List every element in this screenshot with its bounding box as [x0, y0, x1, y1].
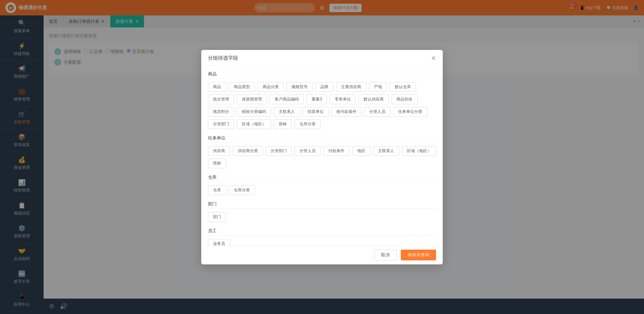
confirm-button[interactable]: 保存并查询 — [401, 250, 436, 260]
field-section-3: 部门部门 — [208, 201, 436, 222]
section-title-2: 仓库 — [208, 174, 436, 182]
field-tag-1-1[interactable]: 供应商分类 — [233, 146, 263, 156]
field-section-4: 员工业务员 — [208, 228, 436, 245]
field-tag-0-16[interactable]: 税收分类编码 — [237, 107, 271, 117]
field-tag-0-0[interactable]: 商品 — [208, 82, 226, 92]
field-tags-4: 业务员 — [208, 239, 436, 245]
field-tag-4-0[interactable]: 业务员 — [208, 239, 230, 245]
field-tag-1-8[interactable]: 简称 — [208, 159, 226, 168]
section-title-3: 部门 — [208, 201, 436, 209]
field-tag-0-8[interactable]: 批次管理 — [208, 95, 234, 104]
field-tags-1: 供应商供应商分类分管部门分管人员付款条件地区主联系人区域（地区）简称 — [208, 146, 436, 168]
field-tag-0-9[interactable]: 保质期管理 — [237, 95, 267, 104]
field-tag-1-2[interactable]: 分管部门 — [266, 146, 292, 156]
field-tag-0-21[interactable]: 往来单位分类 — [393, 107, 427, 117]
field-tag-0-20[interactable]: 分管人员 — [364, 107, 390, 117]
modal-title: 分组待选字段 — [208, 55, 238, 61]
field-tag-2-0[interactable]: 仓库 — [208, 185, 226, 195]
field-tag-0-3[interactable]: 规格型号 — [286, 82, 313, 92]
field-tag-0-13[interactable]: 默认供应商 — [359, 95, 389, 104]
section-title-0: 商品 — [208, 71, 436, 79]
modal-header: 分组待选字段 ✕ — [201, 50, 443, 66]
field-tags-3: 部门 — [208, 212, 436, 222]
field-tag-0-18[interactable]: 结算单位 — [303, 107, 329, 117]
field-tag-0-24[interactable]: 简称 — [274, 119, 292, 129]
field-tags-2: 仓库仓库分类 — [208, 185, 436, 195]
field-tag-0-7[interactable]: 默认仓库 — [390, 82, 416, 92]
field-tag-3-0[interactable]: 部门 — [208, 212, 226, 222]
field-tag-0-14[interactable]: 商品别名 — [391, 95, 418, 104]
field-tag-1-5[interactable]: 地区 — [352, 146, 370, 156]
modal-overlay: 分组待选字段 ✕ 商品商品商品类型商品分类规格型号品牌主要供应商产地默认仓库批次… — [0, 0, 644, 314]
field-tag-0-5[interactable]: 主要供应商 — [336, 82, 366, 92]
field-tag-0-10[interactable]: 客户商品编码 — [270, 95, 304, 104]
modal-close-button[interactable]: ✕ — [431, 55, 436, 62]
field-tag-2-1[interactable]: 仓库分类 — [229, 185, 255, 195]
field-tag-1-0[interactable]: 供应商 — [208, 146, 230, 156]
field-tag-0-4[interactable]: 品牌 — [315, 82, 333, 92]
section-title-1: 往来单位 — [208, 135, 436, 143]
field-tags-0: 商品商品类型商品分类规格型号品牌主要供应商产地默认仓库批次管理保质期管理客户商品… — [208, 82, 436, 129]
modal-body: 商品商品商品类型商品分类规格型号品牌主要供应商产地默认仓库批次管理保质期管理客户… — [201, 66, 443, 245]
field-tag-1-6[interactable]: 主联系人 — [373, 146, 399, 156]
field-tag-0-15[interactable]: 拣货积分 — [208, 107, 234, 117]
field-tag-0-12[interactable]: 零售单位 — [330, 95, 356, 104]
field-tag-0-17[interactable]: 主联系人 — [274, 107, 300, 117]
field-section-2: 仓库仓库仓库分类 — [208, 174, 436, 195]
field-tag-0-2[interactable]: 商品分类 — [258, 82, 284, 92]
cancel-button[interactable]: 取消 — [374, 250, 397, 260]
field-tag-0-11[interactable]: 重量3 — [307, 95, 327, 104]
field-section-1: 往来单位供应商供应商分类分管部门分管人员付款条件地区主联系人区域（地区）简称 — [208, 135, 436, 168]
modal-footer: 取消 保存并查询 — [201, 245, 443, 264]
field-tag-0-25[interactable]: 仓库分类 — [294, 119, 321, 129]
field-tag-0-1[interactable]: 商品类型 — [229, 82, 255, 92]
field-tag-1-4[interactable]: 付款条件 — [323, 146, 350, 156]
field-select-modal: 分组待选字段 ✕ 商品商品商品类型商品分类规格型号品牌主要供应商产地默认仓库批次… — [201, 50, 443, 264]
field-tag-0-23[interactable]: 区域（地区） — [237, 119, 271, 129]
field-tag-1-7[interactable]: 区域（地区） — [402, 146, 436, 156]
field-tag-0-22[interactable]: 分管部门 — [208, 119, 234, 129]
field-tag-0-6[interactable]: 产地 — [369, 82, 387, 92]
field-tag-0-19[interactable]: 收付款条件 — [331, 107, 362, 117]
field-section-0: 商品商品商品类型商品分类规格型号品牌主要供应商产地默认仓库批次管理保质期管理客户… — [208, 71, 436, 129]
field-tag-1-3[interactable]: 分管人员 — [294, 146, 321, 156]
section-title-4: 员工 — [208, 228, 436, 236]
